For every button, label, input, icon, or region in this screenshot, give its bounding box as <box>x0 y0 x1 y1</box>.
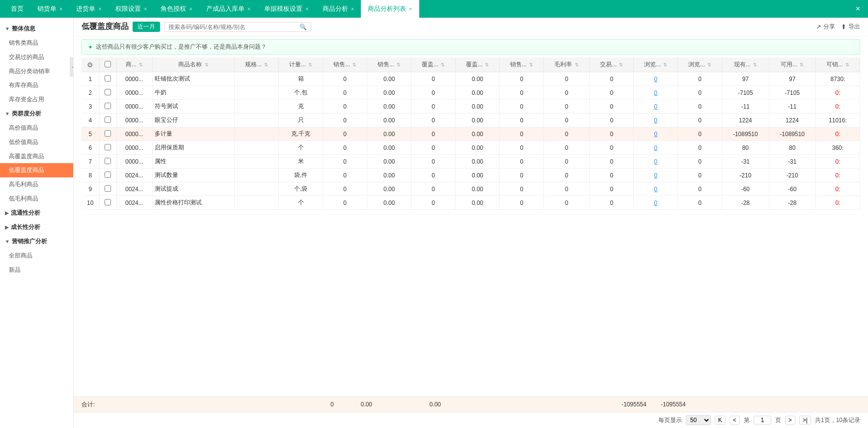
header-actions: ↗ 分享 ⬆ 导出 <box>816 23 860 31</box>
page-number-input[interactable] <box>754 416 771 425</box>
sidebar-item-sales-products[interactable]: 销售类商品 <box>0 36 73 50</box>
table-cell: 0.00 <box>367 86 411 100</box>
sidebar-item-low-value[interactable]: 低价值商品 <box>0 135 73 149</box>
table-cell: 0024... <box>116 182 152 196</box>
th-spec[interactable]: 规格... ⇅ <box>235 57 279 72</box>
page-size-select[interactable]: 50 10 20 100 <box>686 415 711 425</box>
sidebar-item-low-coverage[interactable]: 低覆盖度商品 <box>0 163 73 177</box>
sidebar-section-growth[interactable]: ▶ 成长性分析 <box>0 220 73 234</box>
th-checkbox[interactable] <box>99 57 116 72</box>
sidebar-item-stock-products[interactable]: 有库存商品 <box>0 78 73 92</box>
sidebar-item-category-rate[interactable]: 商品分类动销率 <box>0 64 73 79</box>
table-cell: 0 <box>678 196 722 210</box>
table-cell: 0 <box>323 141 367 155</box>
th-name[interactable]: 商品名称 ⇅ <box>152 57 235 72</box>
th-gross-rate[interactable]: 毛利率 ⇅ <box>544 57 590 72</box>
nav-purchase-order[interactable]: 进货单 × <box>69 0 108 18</box>
table-cell: 1224 <box>722 114 769 127</box>
th-sales-count[interactable]: 销售... ⇅ <box>500 57 544 72</box>
th-sales-amt[interactable]: 销售... ⇅ <box>367 57 411 72</box>
th-unit[interactable]: 计量... ⇅ <box>279 57 323 72</box>
next-page-button[interactable]: > <box>785 416 795 425</box>
sidebar-item-new-products[interactable]: 新品 <box>0 263 73 277</box>
table-cell: 0 <box>323 114 367 127</box>
table-cell[interactable] <box>99 182 116 196</box>
search-input[interactable] <box>168 24 298 30</box>
table-cell[interactable] <box>99 196 116 210</box>
settings-icon[interactable]: ⚙ <box>87 61 93 69</box>
table-cell: 8730: <box>815 72 860 86</box>
th-browse1[interactable]: 浏览... ⇅ <box>634 57 678 72</box>
sidebar-collapse-button[interactable]: « <box>70 57 74 77</box>
prev-page-button[interactable]: < <box>730 416 740 425</box>
nav-close-icon[interactable]: × <box>409 0 412 18</box>
sidebar-item-high-margin[interactable]: 高毛利商品 <box>0 177 73 192</box>
sidebar-item-high-coverage[interactable]: 高覆盖度商品 <box>0 149 73 164</box>
table-cell[interactable] <box>99 72 116 86</box>
th-sales-qty[interactable]: 销售... ⇅ <box>323 57 367 72</box>
table-cell: -1089510 <box>722 127 769 141</box>
table-cell[interactable] <box>99 169 116 182</box>
th-trade[interactable]: 交易... ⇅ <box>590 57 634 72</box>
nav-product-inbound[interactable]: 产成品入库单 × <box>199 0 257 18</box>
nav-close-icon[interactable]: × <box>189 0 192 18</box>
table-cell <box>235 169 279 182</box>
th-code[interactable]: 商... ⇅ <box>116 57 152 72</box>
table-cell[interactable] <box>99 100 116 114</box>
table-row: 100024...属性价格打印测试个00.0000.0000000-28-280… <box>81 196 860 210</box>
table-cell: -28 <box>722 196 769 210</box>
table-cell[interactable] <box>99 141 116 155</box>
sidebar-section-cluster[interactable]: ▼ 类群度分析 <box>0 107 73 121</box>
first-page-button[interactable]: K <box>715 416 726 425</box>
nav-permission[interactable]: 权限设置 × <box>108 0 154 18</box>
th-browse2[interactable]: 浏览... ⇅ <box>678 57 722 72</box>
th-current-qty[interactable]: 现有... ⇅ <box>722 57 769 72</box>
table-cell: -60 <box>722 182 769 196</box>
nav-close-icon[interactable]: × <box>98 0 101 18</box>
sidebar-section-overall[interactable]: ▼ 整体信息 <box>0 22 73 36</box>
search-icon[interactable]: 🔍 <box>299 24 307 30</box>
sidebar-item-high-value[interactable]: 高价值商品 <box>0 121 73 135</box>
nav-role-auth[interactable]: 角色授权 × <box>154 0 199 18</box>
share-button[interactable]: ↗ 分享 <box>816 23 835 31</box>
period-button[interactable]: 近一月 <box>133 22 160 32</box>
table-cell: 测试提成 <box>152 182 235 196</box>
th-cov2[interactable]: 覆盖... ⇅ <box>456 57 500 72</box>
th-cov1[interactable]: 覆盖... ⇅ <box>411 57 456 72</box>
data-table: ⚙ 商... ⇅ 商品名称 ⇅ 规格... ⇅ 计量... ⇅ 销售... ⇅ … <box>81 57 860 210</box>
sidebar-item-traded-products[interactable]: 交易过的商品 <box>0 50 73 64</box>
sidebar-item-all-products[interactable]: 全部商品 <box>0 249 73 263</box>
nav-product-analysis-list[interactable]: 商品分析列表 × <box>361 0 419 18</box>
nav-product-analysis[interactable]: 商品分析 × <box>316 0 361 18</box>
table-cell: 0024... <box>116 169 152 182</box>
export-button[interactable]: ⬆ 导出 <box>841 23 860 31</box>
select-all-checkbox[interactable] <box>105 61 111 67</box>
table-cell[interactable] <box>99 86 116 100</box>
sidebar-item-low-margin[interactable]: 低毛利商品 <box>0 192 73 206</box>
table-cell: 8 <box>81 169 99 182</box>
nav-sales-order[interactable]: 销货单 × <box>30 0 69 18</box>
nav-home[interactable]: 首页 <box>4 0 30 18</box>
data-table-wrapper[interactable]: ⚙ 商... ⇅ 商品名称 ⇅ 规格... ⇅ 计量... ⇅ 销售... ⇅ … <box>81 57 860 397</box>
last-page-button[interactable]: >| <box>799 416 811 425</box>
table-cell: 0 <box>544 169 590 182</box>
nav-close-icon[interactable]: × <box>59 0 62 18</box>
table-cell: 0.00 <box>456 182 500 196</box>
nav-close-icon[interactable]: × <box>305 0 308 18</box>
table-cell[interactable] <box>99 155 116 169</box>
nav-close-icon[interactable]: × <box>351 0 354 18</box>
sidebar-item-stock-capital[interactable]: 库存资金占用 <box>0 92 73 107</box>
th-available-qty[interactable]: 可用... ⇅ <box>769 57 815 72</box>
th-saleable[interactable]: 可销... ⇅ <box>815 57 860 72</box>
table-cell: 0000... <box>116 72 152 86</box>
table-cell[interactable] <box>99 127 116 141</box>
nav-template-settings[interactable]: 单据模板设置 × <box>257 0 315 18</box>
nav-close-icon[interactable]: × <box>247 0 250 18</box>
window-close-button[interactable]: × <box>852 4 864 13</box>
sidebar-section-liquidity[interactable]: ▶ 流通性分析 <box>0 206 73 220</box>
nav-close-icon[interactable]: × <box>144 0 147 18</box>
table-header-row: ⚙ 商... ⇅ 商品名称 ⇅ 规格... ⇅ 计量... ⇅ 销售... ⇅ … <box>81 57 860 72</box>
sidebar-section-marketing[interactable]: ▼ 营销推广分析 <box>0 234 73 249</box>
th-settings[interactable]: ⚙ <box>81 57 99 72</box>
table-cell[interactable] <box>99 114 116 127</box>
